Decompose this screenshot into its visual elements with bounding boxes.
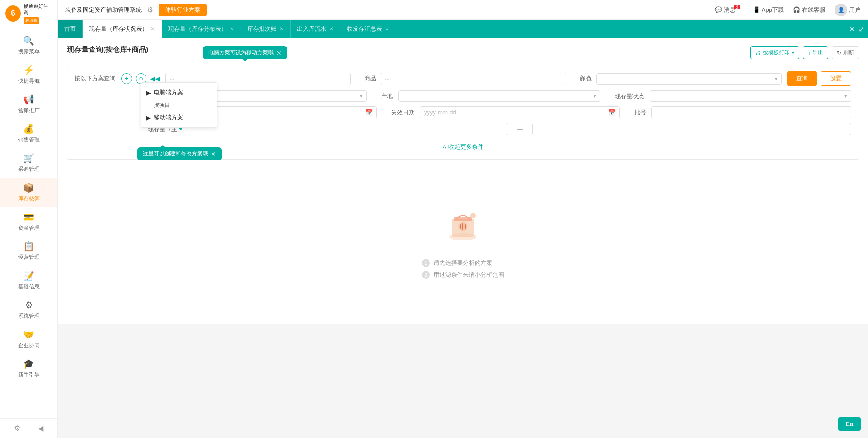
sidebar-item-operation[interactable]: 📋 经营管理 [0,236,57,266]
tooltip-text: 电脑方案可设为移动方案哦 [208,49,274,57]
maximize-icon[interactable]: ⤢ [859,25,864,33]
batch-no-input[interactable] [651,106,851,118]
chevron-down-icon: ▾ [844,93,847,99]
sidebar-item-quick-nav[interactable]: ⚡ 快捷导航 [0,60,57,89]
scheme-sub-item[interactable]: 按项目 [141,99,217,111]
export-btn[interactable]: ↑ 导出 [803,46,828,59]
stock-status-select[interactable]: ▾ [650,90,851,102]
tabbar-right: ✕ ⤢ [845,20,868,38]
sidebar-item-marketing[interactable]: 📢 营销推广 [0,89,57,119]
calendar-icon2: 📅 [609,109,616,116]
sidebar-item-corp[interactable]: 🤝 企业协同 [0,325,57,354]
sidebar-nav: 🔍 搜索菜单 ⚡ 快捷导航 📢 营销推广 💰 销售管理 🛒 采购管理 📦 库存核… [0,27,57,418]
stock-main-from[interactable] [189,123,508,135]
marketing-icon: 📢 [23,94,34,105]
stock-status-label: 现存量状态 [615,92,644,100]
tooltip-close-btn[interactable]: ✕ [211,151,216,158]
tab-home-label: 首页 [64,25,76,33]
tab-inout-flow[interactable]: 出入库流水 ✕ [291,20,340,38]
sidebar-item-label: 经营管理 [18,254,40,261]
sidebar-item-inventory[interactable]: 📦 库存核算 [0,178,57,207]
goods-select[interactable]: ··· [381,73,566,85]
sidebar-item-basic[interactable]: 📝 基础信息 [0,266,57,295]
gear-icon[interactable]: ⚙ [147,5,153,14]
industry-btn[interactable]: 体验行业方案 [159,4,207,16]
collapse-btn[interactable]: ◀ [38,424,43,433]
stock-main-to[interactable] [532,123,852,135]
logo-text: 畅通道好生意 [24,3,52,17]
sidebar-item-label: 营销推广 [18,107,40,114]
sidebar-item-label: 销售管理 [18,136,40,144]
header-right: 💬 消息 6 📱 App下载 🎧 在线客服 👤 用户 [715,4,861,16]
tab-close-icon[interactable]: ✕ [279,26,284,32]
chevron-down-icon: ▾ [360,93,363,99]
tab-close-icon[interactable]: ✕ [329,26,334,32]
chevron-down-icon: ▾ [792,50,794,56]
chevron-down-icon: ▾ [775,76,778,82]
mobile-scheme-section[interactable]: ▶ 移动端方案 [141,111,217,124]
inventory-icon: 📦 [23,182,34,193]
finance-icon: 💳 [23,212,34,222]
desktop-scheme-section[interactable]: ▶ 电脑端方案 [141,86,217,99]
avatar: 👤 [835,4,847,16]
refresh-btn[interactable]: ↻ 刷新 [832,46,859,59]
tab-close-icon[interactable]: ✕ [151,26,155,32]
back-arrow-icon[interactable]: ◀◀ [150,75,160,82]
sidebar-item-search[interactable]: 🔍 搜索菜单 [0,31,57,60]
tab-inventory-dist[interactable]: 现存量（库存分布表） ✕ [162,20,241,38]
tab-inventory-status[interactable]: 现存量（库存状况表） ✕ [83,20,162,38]
template-print-btn[interactable]: 🖨 按模板打印 ▾ [750,46,799,59]
close-all-icon[interactable]: ✕ [849,25,855,33]
add-scheme-btn[interactable]: + [121,73,132,84]
filter-area: 按以下方案查询 + ○ ◀◀ 电脑方案可设为移动方案哦 ✕ ··· 商品 [67,66,859,160]
msg-item[interactable]: 💬 消息 6 [715,6,744,14]
sidebar-item-finance[interactable]: 💳 资金管理 [0,207,57,236]
reset-btn[interactable]: 设置 [821,71,851,86]
main: 现存量查询(按仓库+商品) 🖨 按模板打印 ▾ ↑ 导出 ↻ 刷新 [58,38,868,438]
tooltip-text: 这里可以创建和修改方案哦 [143,150,208,158]
batch-no-label: 批号 [634,108,646,117]
settings-btn[interactable]: ⚙ [14,424,20,433]
origin-label: 产地 [381,92,393,100]
purchase-icon: 🛒 [23,153,34,164]
search-btn[interactable]: 查询 [787,71,817,86]
refresh-icon: ↻ [837,50,841,56]
tab-close-icon[interactable]: ✕ [385,26,389,32]
tooltip-close-btn[interactable]: ✕ [276,49,282,57]
origin-select[interactable]: ▾ [398,90,600,102]
tab-close-icon[interactable]: ✕ [230,26,234,32]
empty-illustration [440,203,486,248]
color-label: 颜色 [580,75,592,83]
calendar-icon: 📅 [365,109,373,116]
sidebar-item-sales[interactable]: 💰 销售管理 [0,119,57,148]
guide-icon: 🎓 [23,358,34,369]
color-select[interactable]: ▾ [596,73,782,85]
app-label: App下载 [762,6,784,14]
logo-badge: 标准版 [24,17,39,24]
goods-label: 商品 [364,75,376,83]
empty-step1: 1 请先选择要分析的方案 [422,257,504,269]
sidebar-item-guide[interactable]: 🎓 新手引导 [0,354,57,383]
tab-label: 现存量（库存分布表） [168,25,227,33]
content-area: 现存量查询(按仓库+商品) 🖨 按模板打印 ▾ ↑ 导出 ↻ 刷新 [58,38,868,324]
service-item[interactable]: 🎧 在线客服 [793,6,826,14]
tab-home[interactable]: 首页 [58,20,83,38]
logo-text-group: 畅通道好生意 标准版 [24,3,52,24]
expire-date-input[interactable]: yyyy-mm-dd 📅 [420,106,620,118]
tree-arrow-icon: ▶ [146,89,151,96]
sidebar-item-purchase[interactable]: 🛒 采购管理 [0,148,57,178]
user-item[interactable]: 👤 用户 [835,4,861,16]
tab-batch-account[interactable]: 库存批次账 ✕ [241,20,291,38]
sidebar-item-system[interactable]: ⚙ 系统管理 [0,295,57,325]
page-actions: 🖨 按模板打印 ▾ ↑ 导出 ↻ 刷新 [750,46,859,59]
tab-label: 收发存汇总表 [347,25,382,33]
page-title: 现存量查询(按仓库+商品) [67,45,148,55]
empty-steps: 1 请先选择要分析的方案 2 用过滤条件来缩小分析范围 [422,257,504,281]
search-btns: 查询 设置 [787,71,851,86]
system-name: 装备及固定资产辅助管理系统 [65,6,142,14]
tree-arrow-icon: ▶ [146,114,151,121]
tab-recv-summary[interactable]: 收发存汇总表 ✕ [340,20,396,38]
system-icon: ⚙ [25,300,33,311]
expire-date-label: 失效日期 [391,108,415,117]
app-item[interactable]: 📱 App下载 [753,6,784,14]
